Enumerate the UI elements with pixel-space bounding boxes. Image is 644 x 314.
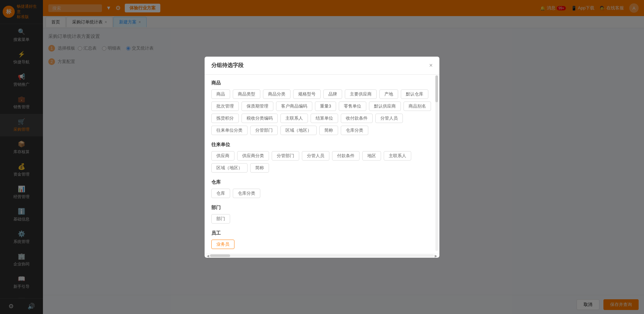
field-tag[interactable]: 供应商分类	[237, 151, 269, 161]
section-product-title: 商品	[211, 80, 433, 86]
field-tag[interactable]: 客户商品编码	[276, 102, 312, 111]
field-tag[interactable]: 供应商	[211, 151, 234, 161]
field-tag[interactable]: 商品	[211, 89, 230, 99]
field-tag[interactable]: 商品别名	[404, 102, 431, 111]
section-partner: 往来单位 供应商 供应商分类 分管部门 分管人员 付款条件 地区 主联系人 区域…	[211, 142, 433, 173]
hscroll-thumb[interactable]	[210, 254, 230, 257]
modal-header: 分组待选字段 ×	[205, 57, 439, 75]
section-warehouse: 仓库 仓库 仓库分类	[211, 179, 433, 198]
field-tag[interactable]: 付款条件	[332, 151, 360, 161]
field-tag[interactable]: 分管部门	[272, 151, 299, 161]
field-tag[interactable]: 区域（地区）	[211, 163, 248, 173]
field-tag[interactable]: 简称	[250, 163, 269, 173]
field-tag[interactable]: 默认供应商	[369, 102, 401, 111]
modal-hscroll: ◀ ▶	[205, 254, 439, 258]
section-department-title: 部门	[211, 205, 433, 211]
section-warehouse-fields: 仓库 仓库分类	[211, 189, 433, 198]
field-tag[interactable]: 分管人员	[375, 114, 403, 123]
field-tag[interactable]: 仓库分类	[341, 126, 368, 135]
field-tag[interactable]: 仓库分类	[233, 189, 260, 198]
field-tag[interactable]: 主要供应商	[345, 89, 377, 99]
field-tag[interactable]: 往来单位分类	[211, 126, 248, 135]
field-tag[interactable]: 收付款条件	[341, 114, 373, 123]
field-tag[interactable]: 主联系人	[384, 151, 411, 161]
section-partner-fields: 供应商 供应商分类 分管部门 分管人员 付款条件 地区 主联系人 区域（地区） …	[211, 151, 433, 173]
modal-overlay: 分组待选字段 × 商品 商品 商品类型 商品分类 规格型号 品牌 主要供应商 产…	[0, 0, 644, 314]
field-tag[interactable]: 商品类型	[233, 89, 260, 99]
field-tag[interactable]: 默认仓库	[401, 89, 428, 99]
modal-vscroll-track[interactable]	[435, 75, 438, 251]
field-tag[interactable]: 分管人员	[302, 151, 329, 161]
field-tag[interactable]: 规格型号	[293, 89, 321, 99]
section-department: 部门 部门	[211, 205, 433, 224]
field-tag[interactable]: 产地	[379, 89, 398, 99]
field-tag[interactable]: 重量3	[315, 102, 336, 111]
section-department-fields: 部门	[211, 214, 433, 224]
field-tag[interactable]: 保质期管理	[241, 102, 273, 111]
section-employee-title: 员工	[211, 230, 433, 236]
field-tag[interactable]: 品牌	[323, 89, 342, 99]
modal: 分组待选字段 × 商品 商品 商品类型 商品分类 规格型号 品牌 主要供应商 产…	[205, 57, 439, 258]
field-tag[interactable]: 分管部门	[250, 126, 278, 135]
field-tag[interactable]: 区域（地区）	[280, 126, 317, 135]
field-tag[interactable]: 仓库	[211, 189, 230, 198]
section-employee: 员工 业务员	[211, 230, 433, 249]
hscroll-track[interactable]	[210, 254, 434, 257]
section-product-fields: 商品 商品类型 商品分类 规格型号 品牌 主要供应商 产地 默认仓库 批次管理 …	[211, 89, 433, 135]
field-tag[interactable]: 部门	[211, 214, 230, 224]
hscroll-right-arrow[interactable]: ▶	[434, 254, 438, 258]
field-tag-employee[interactable]: 业务员	[211, 240, 234, 249]
section-partner-title: 往来单位	[211, 142, 433, 148]
modal-vscroll-thumb[interactable]	[435, 75, 438, 102]
section-employee-fields: 业务员	[211, 240, 433, 249]
field-tag[interactable]: 批次管理	[211, 102, 239, 111]
field-tag[interactable]: 地区	[362, 151, 381, 161]
modal-title: 分组待选字段	[211, 62, 244, 69]
field-tag[interactable]: 零售单位	[339, 102, 366, 111]
field-tag[interactable]: 简称	[319, 126, 338, 135]
section-warehouse-title: 仓库	[211, 179, 433, 185]
field-tag[interactable]: 拣货积分	[211, 114, 239, 123]
field-tag[interactable]: 税收分类编码	[241, 114, 278, 123]
field-tag[interactable]: 结算单位	[311, 114, 338, 123]
modal-body[interactable]: 商品 商品 商品类型 商品分类 规格型号 品牌 主要供应商 产地 默认仓库 批次…	[205, 75, 439, 254]
section-product: 商品 商品 商品类型 商品分类 规格型号 品牌 主要供应商 产地 默认仓库 批次…	[211, 80, 433, 135]
hscroll-left-arrow[interactable]: ◀	[206, 254, 210, 258]
modal-close-button[interactable]: ×	[429, 62, 433, 69]
field-tag[interactable]: 商品分类	[263, 89, 290, 99]
field-tag[interactable]: 主联系人	[280, 114, 308, 123]
